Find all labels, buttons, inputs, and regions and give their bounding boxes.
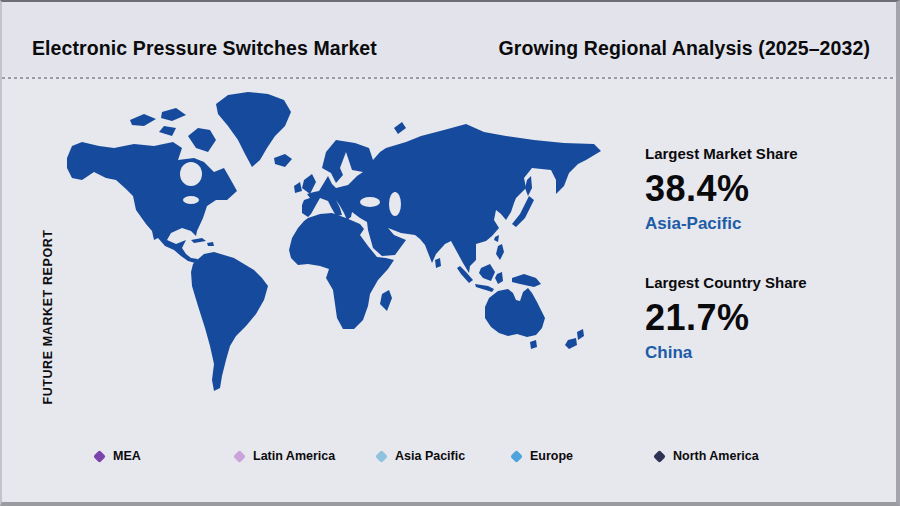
stats-panel: Largest Market Share 38.4% Asia-Pacific …: [645, 145, 890, 403]
stat-region: Asia-Pacific: [645, 214, 890, 234]
stat-value: 21.7%: [645, 300, 890, 336]
legend-dot-icon: [653, 450, 666, 463]
page-title-right: Growing Regional Analysis (2025–2032): [499, 37, 870, 60]
header-divider: [2, 76, 896, 79]
legend-dot-icon: [233, 450, 246, 463]
stat-region: China: [645, 343, 890, 363]
stat-country-share: Largest Country Share 21.7% China: [645, 274, 890, 363]
stat-market-share: Largest Market Share 38.4% Asia-Pacific: [645, 145, 890, 234]
watermark-text: FUTURE MARKET REPORT: [41, 229, 55, 404]
legend-dot-icon: [93, 450, 106, 463]
legend-item-mea: MEA: [95, 449, 141, 463]
stat-label: Largest Country Share: [645, 274, 890, 291]
infographic-frame: Electronic Pressure Switches Market Grow…: [0, 0, 900, 506]
page-title-left: Electronic Pressure Switches Market: [32, 37, 377, 60]
legend-label: North America: [673, 449, 759, 463]
legend-item-north-america: North America: [655, 449, 759, 463]
legend-item-latin-america: Latin America: [235, 449, 335, 463]
legend-item-europe: Europe: [512, 449, 573, 463]
legend-label: Asia Pacific: [395, 449, 465, 463]
legend-label: Latin America: [253, 449, 335, 463]
stat-value: 38.4%: [645, 171, 890, 207]
world-map-landmass: [67, 92, 601, 391]
header: Electronic Pressure Switches Market Grow…: [2, 2, 896, 76]
legend-label: Europe: [530, 449, 573, 463]
legend: MEA Latin America Asia Pacific Europe No…: [2, 449, 896, 469]
legend-item-asia-pacific: Asia Pacific: [377, 449, 465, 463]
world-map: [64, 88, 609, 403]
legend-dot-icon: [375, 450, 388, 463]
legend-dot-icon: [510, 450, 523, 463]
stat-label: Largest Market Share: [645, 145, 890, 162]
legend-label: MEA: [113, 449, 141, 463]
